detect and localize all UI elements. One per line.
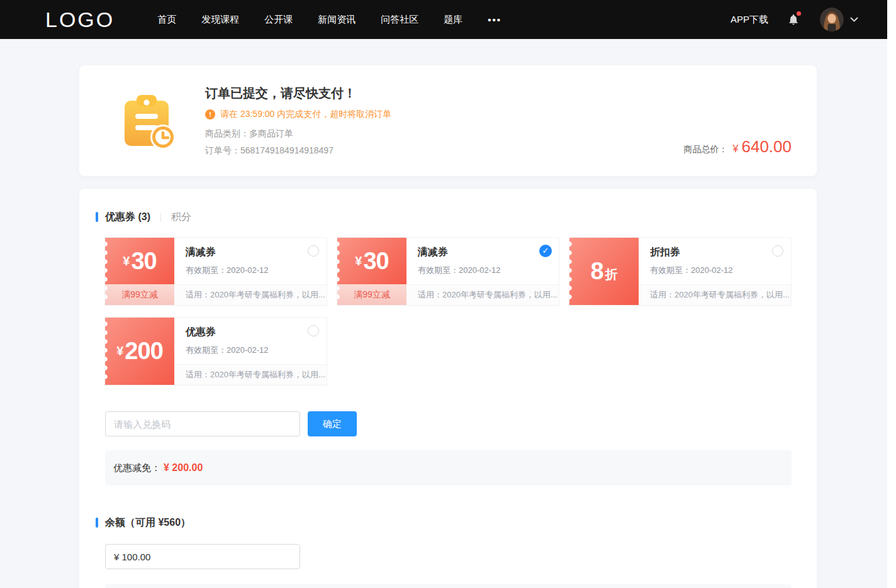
order-category-label: 商品类别： [205,128,249,138]
order-warning-text: 请在 23:59:00 内完成支付，超时将取消订单 [220,109,391,120]
currency-symbol: ¥ [733,143,739,155]
notification-bell-icon[interactable] [787,13,800,26]
next-section-bar [105,584,792,588]
coupon-card[interactable]: 8 折 折扣券 有效期至：2020-02-12 适用：2020年考研专属福利券，… [569,238,791,305]
coupon-scope: 适用：2020年考研专属福利券，以用... [406,284,559,305]
coupon-value-stub: ¥ 30 满99立减 [337,238,406,305]
top-nav: LOGO 首页 发现课程 公开课 新闻资讯 问答社区 题库 ••• APP下载 [0,0,896,39]
order-total: 商品总价： ¥ 640.00 [684,137,792,157]
tab-points[interactable]: 积分 [171,211,191,224]
tab-divider [160,213,161,222]
coupon-title: 折扣券 [650,246,782,259]
coupon-condition-badge: 满99立减 [337,284,406,305]
coupon-validity: 有效期至：2020-02-12 [186,265,318,276]
order-total-value: 640.00 [741,137,792,157]
coupon-card[interactable]: ¥ 30 满99立减 满减券 有效期至：2020-02-12 适用：2020年考… [105,238,327,305]
coupon-scope: 适用：2020年考研专属福利券，以用... [174,284,327,305]
discount-value: ¥ 200.00 [164,462,203,474]
order-total-label: 商品总价： [684,144,728,155]
coupon-radio[interactable] [308,245,319,257]
coupon-validity: 有效期至：2020-02-12 [650,265,782,276]
app-download-link[interactable]: APP下载 [731,14,768,26]
coupon-value-stub: 8 折 [569,238,639,305]
discount-summary-bar: 优惠减免： ¥ 200.00 [105,450,792,485]
coupon-radio[interactable] [772,245,783,257]
scrollbar-track[interactable] [887,0,896,588]
payment-options-card: 优惠券 (3) 积分 ¥ 30 满99立减 满减券 有效期至：2020-02-1… [79,189,817,588]
coupon-value-stub: ¥ 30 满99立减 [105,238,174,305]
nav-item-news[interactable]: 新闻资讯 [318,14,356,26]
logo[interactable]: LOGO [45,8,115,32]
coupon-title: 优惠券 [186,326,318,339]
coupon-selected-check-icon[interactable]: ✓ [539,245,552,257]
coupon-validity: 有效期至：2020-02-12 [418,265,550,276]
coupon-radio[interactable] [308,325,319,336]
nav-menu: 首页 发现课程 公开课 新闻资讯 问答社区 题库 ••• [157,14,501,26]
coupon-tabs: 优惠券 (3) 积分 [105,211,792,224]
balance-amount-input[interactable] [105,544,300,569]
order-clipboard-clock-icon [116,90,177,152]
coupon-title: 满减券 [186,246,318,259]
coupon-scope: 适用：2020年考研专属福利券，以用... [174,364,327,385]
coupon-title: 满减券 [418,246,550,259]
order-category-value: 多商品订单 [249,128,293,138]
order-category-row: 商品类别：多商品订单 [205,128,391,140]
coupon-value-stub: ¥ 200 [105,318,174,385]
warning-icon: ! [205,109,215,119]
tab-coupons[interactable]: 优惠券 (3) [105,211,150,224]
nav-item-more-icon[interactable]: ••• [488,14,501,25]
order-warning: ! 请在 23:59:00 内完成支付，超时将取消订单 [205,109,391,120]
coupon-card[interactable]: ¥ 200 优惠券 有效期至：2020-02-12 适用：2020年考研专属福利… [105,318,327,385]
order-title: 订单已提交，请尽快支付！ [205,85,391,102]
nav-item-qa-community[interactable]: 问答社区 [381,14,418,26]
coupon-validity: 有效期至：2020-02-12 [186,345,318,356]
balance-section-title: 余额（可用 ¥560） [105,516,792,530]
redeem-confirm-button[interactable]: 确定 [308,411,357,436]
nav-item-open-classes[interactable]: 公开课 [264,14,293,26]
nav-item-question-bank[interactable]: 题库 [444,14,462,26]
redeem-code-input[interactable] [105,411,300,436]
order-summary-card: 订单已提交，请尽快支付！ ! 请在 23:59:00 内完成支付，超时将取消订单… [79,65,817,176]
notification-badge-dot [797,11,801,16]
user-avatar[interactable] [820,8,844,31]
coupon-scope: 适用：2020年考研专属福利券，以用... [639,284,791,305]
order-info: 订单已提交，请尽快支付！ ! 请在 23:59:00 内完成支付，超时将取消订单… [205,85,391,157]
discount-label: 优惠减免： [113,462,160,474]
order-number-value: 5681749184914918497 [240,145,333,155]
nav-right: APP下载 [731,8,858,31]
order-number-label: 订单号： [205,145,240,155]
nav-item-discover-courses[interactable]: 发现课程 [201,14,239,26]
page-content: 订单已提交，请尽快支付！ ! 请在 23:59:00 内完成支付，超时将取消订单… [79,65,817,588]
coupon-grid: ¥ 30 满99立减 满减券 有效期至：2020-02-12 适用：2020年考… [105,238,792,385]
redeem-code-row: 确定 [105,411,792,436]
coupon-card[interactable]: ¥ 30 满99立减 满减券 有效期至：2020-02-12 适用：2020年考… [337,238,559,305]
chevron-down-icon[interactable] [850,17,858,23]
order-number-row: 订单号：5681749184914918497 [205,145,391,157]
coupon-condition-badge: 满99立减 [105,284,174,305]
nav-item-home[interactable]: 首页 [157,14,176,26]
